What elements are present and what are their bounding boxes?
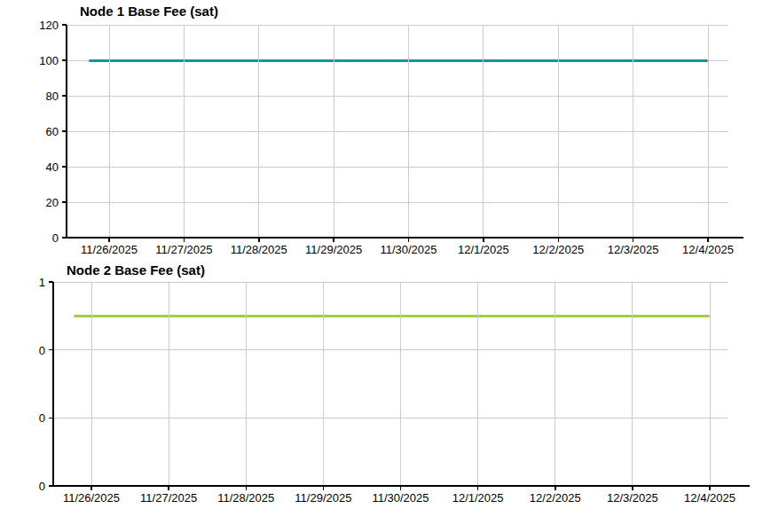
series-line-1 [89,59,708,62]
x-tick-label: 12/3/2025 [608,243,659,256]
x-tick-label: 11/28/2025 [231,243,287,256]
y-tick-label: 0 [0,480,45,493]
horizontal-gridline [53,418,728,419]
vertical-gridline [477,282,478,486]
y-tick-label: 20 [0,196,59,209]
x-tick-label: 12/4/2025 [684,491,735,505]
horizontal-gridline [67,167,728,168]
vertical-gridline [710,282,711,486]
x-tick-mark [333,238,334,242]
vertical-gridline [109,25,110,238]
y-tick-label: 100 [0,54,59,67]
x-tick-label: 12/2/2025 [532,243,584,256]
x-tick-mark [246,486,248,490]
vertical-gridline [555,282,555,486]
x-tick-mark [632,486,633,490]
x-tick-mark [477,486,479,490]
x-tick-mark [108,238,110,242]
y-tick-label: 0 [0,411,45,425]
x-tick-mark [707,238,709,242]
horizontal-gridline [53,349,728,350]
y-tick-label: 40 [0,160,59,174]
x-tick-mark [633,238,634,242]
x-tick-mark [555,486,556,490]
vertical-gridline [323,282,324,486]
x-tick-mark [483,238,484,242]
vertical-gridline [169,282,169,486]
x-axis-line [67,237,743,239]
x-tick-label: 11/27/2025 [140,491,197,505]
vertical-gridline [483,25,484,238]
y-tick-label: 1 [0,276,45,289]
vertical-gridline [334,25,334,238]
vertical-gridline [408,25,409,238]
x-tick-mark [408,238,410,242]
vertical-gridline [91,282,92,486]
x-tick-label: 11/28/2025 [217,491,274,505]
x-tick-mark [400,486,402,490]
vertical-gridline [632,282,633,486]
vertical-gridline [184,25,185,238]
x-tick-label: 12/1/2025 [458,243,509,256]
x-tick-mark [558,238,560,242]
x-tick-mark [323,486,325,490]
x-tick-mark [184,238,185,242]
chart-2-title: Node 2 Base Fee (sat) [67,262,205,278]
x-tick-label: 11/30/2025 [380,243,437,256]
y-axis-line [52,282,54,487]
x-tick-label: 11/27/2025 [155,243,212,256]
y-tick-label: 80 [0,90,59,103]
x-tick-mark [90,486,92,490]
x-tick-label: 11/26/2025 [63,491,120,505]
x-tick-label: 11/29/2025 [305,243,362,256]
x-tick-label: 11/26/2025 [81,243,138,256]
vertical-gridline [246,282,247,486]
x-tick-label: 11/30/2025 [372,491,429,505]
x-tick-mark [258,238,260,242]
y-tick-label: 60 [0,125,59,138]
x-tick-label: 12/4/2025 [682,243,734,256]
horizontal-gridline [67,202,728,203]
x-tick-label: 12/2/2025 [530,491,581,505]
y-tick-label: 0 [0,343,45,356]
charts-canvas: Node 1 Base Fee (sat) 11/26/202511/27/20… [0,0,763,532]
x-tick-mark [168,486,169,490]
vertical-gridline [633,25,633,238]
horizontal-gridline [67,96,728,97]
vertical-gridline [258,25,259,238]
x-tick-label: 11/29/2025 [295,491,351,505]
chart-1-title: Node 1 Base Fee (sat) [80,4,218,19]
horizontal-gridline [53,282,728,283]
y-tick-label: 0 [0,231,59,245]
vertical-gridline [708,25,709,238]
y-axis-line [66,25,67,239]
vertical-gridline [558,25,559,238]
x-tick-label: 12/3/2025 [607,491,658,505]
y-tick-label: 120 [0,19,59,32]
x-tick-mark [709,486,711,490]
horizontal-gridline [67,25,728,26]
vertical-gridline [400,282,401,486]
x-tick-label: 12/1/2025 [452,491,504,505]
x-axis-line [53,485,750,487]
horizontal-gridline [67,131,728,132]
